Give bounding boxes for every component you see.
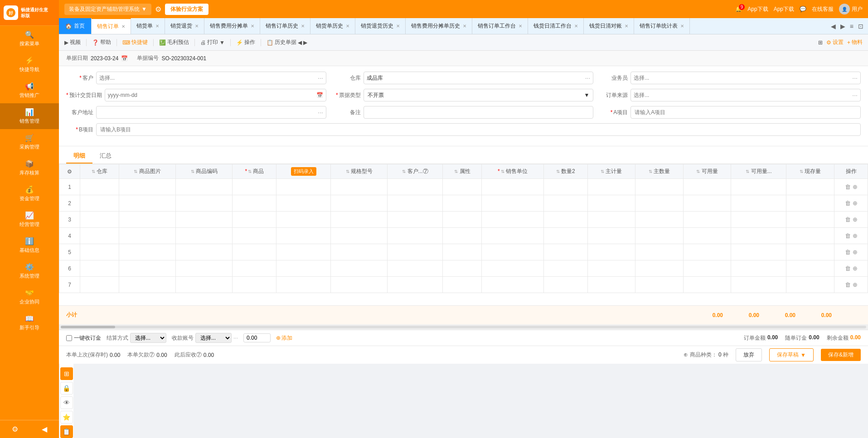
row7-code[interactable]	[176, 277, 233, 293]
warehouse-input-wrap[interactable]: 成品库 ···	[364, 72, 594, 84]
row5-warehouse[interactable]	[80, 244, 119, 260]
tab-close-stats[interactable]: ✕	[680, 24, 684, 29]
history-nav-right[interactable]: ▶	[303, 39, 307, 46]
horizontal-scrollbar[interactable]	[59, 324, 868, 330]
right-btn-5[interactable]: 📋	[60, 425, 73, 438]
save-new-button[interactable]: 保存&新增	[821, 349, 861, 361]
row2-qty2[interactable]	[543, 195, 587, 212]
row5-qty2[interactable]	[543, 244, 587, 260]
row5-spec[interactable]	[331, 244, 388, 260]
row3-customer-no[interactable]	[388, 212, 443, 228]
history-nav-left[interactable]: ◀	[298, 39, 302, 46]
tab-fee-split[interactable]: 销售费用分摊单 ✕	[204, 18, 260, 34]
collapse-icon[interactable]: ◀	[42, 425, 47, 433]
sidebar-item-sales[interactable]: 📊 销售管理	[0, 103, 59, 129]
toolbar-view[interactable]: ▶ 视频	[64, 39, 81, 46]
row3-code[interactable]	[176, 212, 233, 228]
row3-spec[interactable]	[331, 212, 388, 228]
payment-method-select[interactable]: 选择...	[130, 333, 166, 343]
right-btn-3[interactable]: 👁	[60, 396, 73, 409]
row1-customer-no[interactable]	[388, 179, 443, 195]
add-button[interactable]: ⊕ 添加	[276, 334, 292, 342]
row7-customer-no[interactable]	[388, 277, 443, 293]
row2-attr[interactable]	[443, 195, 482, 212]
row7-spec[interactable]	[331, 277, 388, 293]
row7-copy-icon[interactable]: ⊕	[853, 281, 858, 288]
row2-warehouse[interactable]	[80, 195, 119, 212]
row5-unit[interactable]	[482, 244, 543, 260]
right-btn-4[interactable]: ⭐	[60, 411, 73, 424]
row1-spec[interactable]	[331, 179, 388, 195]
row3-qty2[interactable]	[543, 212, 587, 228]
row4-unit[interactable]	[482, 228, 543, 244]
tab-summary[interactable]: 汇总	[92, 149, 119, 164]
row2-copy-icon[interactable]: ⊕	[853, 200, 858, 207]
account-select[interactable]: 选择...	[195, 333, 232, 343]
row3-unit[interactable]	[482, 212, 543, 228]
customer-input[interactable]	[99, 75, 316, 81]
right-btn-1[interactable]: ⊞	[60, 367, 73, 380]
toolbar-history[interactable]: 📋 历史单据 ◀ ▶	[267, 39, 307, 46]
tab-close-sales-order[interactable]: ✕	[121, 24, 125, 29]
order-source-dots[interactable]: ···	[852, 91, 858, 99]
row2-code[interactable]	[176, 195, 233, 212]
sidebar-item-baseinfo[interactable]: ℹ️ 基础信息	[0, 232, 59, 258]
account-dots[interactable]: ···	[233, 335, 238, 341]
amount-input[interactable]	[243, 333, 271, 342]
sidebar-item-marketing[interactable]: 📢 营销推广	[0, 77, 59, 103]
row1-warehouse[interactable]	[80, 179, 119, 195]
row3-delete-icon[interactable]: 🗑	[845, 216, 851, 223]
tab-order-workbench[interactable]: 销售订单工作台 ✕	[472, 18, 528, 34]
tab-close-fee-split[interactable]: ✕	[251, 24, 254, 29]
row5-customer-no[interactable]	[388, 244, 443, 260]
notification-bell[interactable]: 🔔 9	[735, 6, 742, 12]
row6-code[interactable]	[176, 260, 233, 277]
delivery-date-input[interactable]	[108, 92, 315, 98]
customer-address-input[interactable]	[99, 109, 316, 116]
tab-sales-order[interactable]: 销售订单 ✕	[92, 18, 131, 34]
row4-main-qty[interactable]	[635, 228, 684, 244]
sidebar-item-system[interactable]: ⚙️ 系统管理	[0, 258, 59, 284]
row6-qty2[interactable]	[543, 260, 587, 277]
calendar-icon[interactable]: 📅	[121, 55, 128, 62]
toolbar-profit[interactable]: 💹 毛利预估	[159, 39, 189, 46]
tab-stats[interactable]: 销售订单统计表 ✕	[634, 18, 690, 34]
tab-invoice-history[interactable]: 销货单历史 ✕	[310, 18, 355, 34]
app-download-label[interactable]: App下载	[774, 5, 794, 13]
settings-bottom-icon[interactable]: ⚙	[12, 425, 18, 433]
order-source-wrap[interactable]: ···	[630, 89, 861, 101]
row5-delete-icon[interactable]: 🗑	[845, 249, 851, 255]
sidebar-item-inventory[interactable]: 📦 库存核算	[0, 155, 59, 181]
tab-close-return-history[interactable]: ✕	[396, 24, 400, 29]
toolbar-print[interactable]: 🖨 打印 ▼	[200, 39, 225, 46]
topbar-gear-icon[interactable]: ⚙	[155, 5, 161, 14]
sidebar-item-purchase[interactable]: 🛒 采购管理	[0, 129, 59, 155]
tab-detail[interactable]: 明细	[66, 149, 92, 164]
toolbar-add-material[interactable]: + 物料	[847, 39, 863, 46]
row7-warehouse[interactable]	[80, 277, 119, 293]
row1-qty2[interactable]	[543, 179, 587, 195]
row1-unit[interactable]	[482, 179, 543, 195]
row4-delete-icon[interactable]: 🗑	[845, 232, 851, 239]
customer-dots[interactable]: ···	[318, 74, 323, 82]
row2-product[interactable]	[233, 195, 276, 212]
toolbar-settings[interactable]: ⚙ 设置	[826, 39, 844, 46]
row6-warehouse[interactable]	[80, 260, 119, 277]
row1-copy-icon[interactable]: ⊕	[853, 183, 858, 190]
toolbar-grid-view[interactable]: ⊞	[818, 39, 823, 46]
row4-customer-no[interactable]	[388, 228, 443, 244]
row1-main-qty[interactable]	[635, 179, 684, 195]
row5-copy-icon[interactable]: ⊕	[853, 249, 858, 255]
row5-main-qty[interactable]	[635, 244, 684, 260]
row6-delete-icon[interactable]: 🗑	[845, 265, 851, 272]
row6-unit[interactable]	[482, 260, 543, 277]
row4-product[interactable]	[233, 228, 276, 244]
row7-main-qty[interactable]	[635, 277, 684, 293]
row6-copy-icon[interactable]: ⊕	[853, 265, 858, 272]
tab-daily-workbench[interactable]: 钱货日清工作台 ✕	[528, 18, 584, 34]
row3-warehouse[interactable]	[80, 212, 119, 228]
tab-sales-invoice[interactable]: 销货单 ✕	[131, 18, 165, 34]
row4-warehouse[interactable]	[80, 228, 119, 244]
order-source-input[interactable]	[634, 92, 850, 98]
online-support-label[interactable]: 在线客服	[812, 5, 834, 13]
